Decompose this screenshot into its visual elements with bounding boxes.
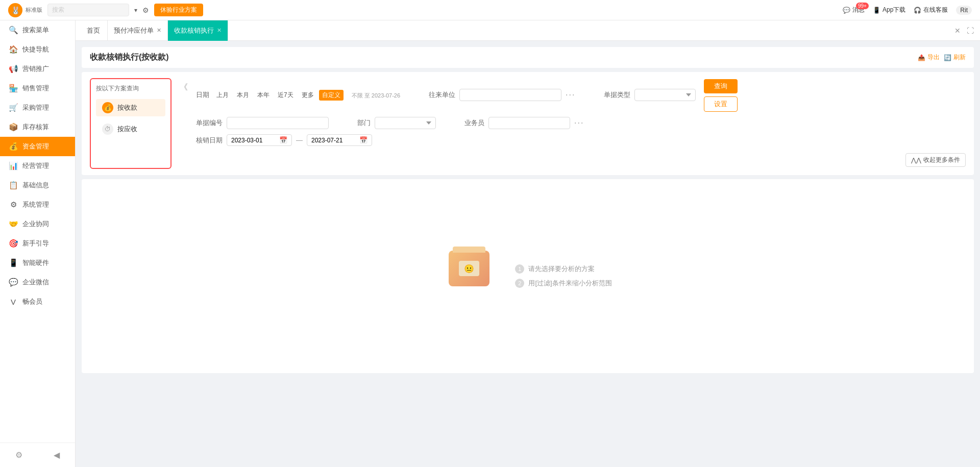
verify-date-start-input[interactable] bbox=[231, 137, 277, 144]
filter-collapse-button[interactable]: 《 bbox=[178, 80, 190, 95]
verify-date-end-input[interactable] bbox=[311, 137, 357, 144]
date-btn-7days[interactable]: 近7天 bbox=[275, 90, 297, 101]
sidebar-item-hardware[interactable]: 📱 智能硬件 bbox=[0, 253, 75, 273]
filter-date-field: 日期 上月 本月 本年 近7天 更多 自定义 bbox=[196, 90, 344, 101]
tab-receipt-offset-close[interactable]: ✕ bbox=[217, 27, 222, 34]
sidebar-item-finance[interactable]: 💰 资金管理 bbox=[0, 137, 75, 156]
guide-icon: 🎯 bbox=[8, 239, 18, 248]
solution-button[interactable]: 休验行业方案 bbox=[154, 4, 203, 16]
tab-receipt-offset[interactable]: 收款核销执行 ✕ bbox=[168, 20, 228, 41]
filter-doc-no-field: 单据编号 bbox=[196, 117, 329, 129]
sidebar-label-member: 畅会员 bbox=[22, 297, 42, 306]
sidebar-item-sales[interactable]: 🏪 销售管理 bbox=[0, 79, 75, 98]
tab-prepay-close[interactable]: ✕ bbox=[157, 27, 161, 34]
filter-option-by-receipt[interactable]: 💰 按收款 bbox=[96, 99, 165, 116]
sidebar-label-guide: 新手引导 bbox=[22, 239, 49, 248]
doc-type-select[interactable] bbox=[634, 89, 696, 101]
tab-expand-action[interactable]: ⛶ bbox=[965, 24, 976, 37]
filter-option-by-receivable[interactable]: ⏱ 按应收 bbox=[96, 120, 165, 138]
sidebar-item-guide[interactable]: 🎯 新手引导 bbox=[0, 234, 75, 253]
calendar-start-icon[interactable]: 📅 bbox=[279, 136, 287, 144]
settings-bottom-icon[interactable]: ⚙ bbox=[12, 447, 26, 463]
sidebar-label-finance: 资金管理 bbox=[22, 142, 49, 151]
app-label: App下载 bbox=[883, 6, 905, 14]
filter-scheme-title: 按以下方案查询 bbox=[96, 84, 165, 93]
date-btn-custom[interactable]: 自定义 bbox=[319, 90, 344, 101]
dept-select[interactable] bbox=[375, 117, 436, 129]
service-button[interactable]: 🎧 在线客服 bbox=[914, 6, 948, 14]
sidebar-item-wechat[interactable]: 💬 企业微信 bbox=[0, 273, 75, 292]
search-icon: 🔍 bbox=[8, 26, 18, 35]
date-btn-this-year[interactable]: 本年 bbox=[254, 90, 273, 101]
sidebar-label-system: 系统管理 bbox=[22, 200, 49, 209]
sidebar-item-operations[interactable]: 📊 经营管理 bbox=[0, 156, 75, 176]
collapse-icon[interactable]: ◀ bbox=[51, 447, 63, 463]
sidebar-item-marketing[interactable]: 📢 营销推广 bbox=[0, 59, 75, 79]
doc-no-input[interactable] bbox=[227, 117, 329, 129]
empty-step-2-label: 用[过滤]条件来缩小分析范围 bbox=[528, 279, 611, 288]
wechat-icon: 💬 bbox=[8, 278, 18, 287]
tab-prepay[interactable]: 预付冲应付单 ✕ bbox=[108, 20, 168, 41]
filter-row-1: 日期 上月 本月 本年 近7天 更多 自定义 bbox=[196, 78, 966, 112]
sidebar-item-basic-info[interactable]: 📋 基础信息 bbox=[0, 176, 75, 195]
app-download-button[interactable]: 📱 App下载 bbox=[873, 6, 905, 14]
sidebar-item-enterprise[interactable]: 🤝 企业协同 bbox=[0, 214, 75, 234]
basic-info-icon: 📋 bbox=[8, 181, 18, 190]
tab-close-action[interactable]: ✕ bbox=[952, 24, 963, 37]
sidebar-item-quick-nav[interactable]: 🏠 快捷导航 bbox=[0, 40, 75, 59]
verify-date-start-wrap: 📅 bbox=[227, 134, 292, 146]
date-btn-last-month[interactable]: 上月 bbox=[213, 90, 232, 101]
service-label: 在线客服 bbox=[923, 6, 948, 14]
expand-more-label: 收起更多条件 bbox=[923, 156, 960, 164]
sidebar: 🔍 搜索菜单 🏠 快捷导航 📢 营销推广 🏪 销售管理 🛒 采购管理 📦 库存核… bbox=[0, 20, 76, 467]
sidebar-item-system[interactable]: ⚙ 系统管理 bbox=[0, 195, 75, 214]
sidebar-label-enterprise: 企业协同 bbox=[22, 219, 49, 229]
sidebar-item-purchase[interactable]: 🛒 采购管理 bbox=[0, 98, 75, 117]
finance-icon: 💰 bbox=[8, 142, 18, 151]
refresh-button[interactable]: 🔄 刷新 bbox=[944, 53, 966, 62]
member-icon: V bbox=[8, 298, 18, 306]
search-bar: 搜索 bbox=[47, 4, 129, 16]
empty-state: 😐 1 请先选择要分析的方案 2 用[过滤]条件来缩小分析范围 bbox=[82, 179, 974, 373]
dept-label: 部门 bbox=[357, 118, 371, 128]
phone-icon: 📱 bbox=[873, 7, 880, 14]
message-button[interactable]: 💬 消息 99+ bbox=[843, 6, 865, 14]
sidebar-item-member[interactable]: V 畅会员 bbox=[0, 292, 75, 311]
calendar-end-icon[interactable]: 📅 bbox=[359, 136, 368, 144]
step-num-1: 1 bbox=[515, 264, 524, 274]
sidebar-item-inventory[interactable]: 📦 库存核算 bbox=[0, 117, 75, 137]
empty-text-block: 1 请先选择要分析的方案 2 用[过滤]条件来缩小分析范围 bbox=[515, 264, 611, 288]
sales-icon: 🏪 bbox=[8, 84, 18, 93]
date-btn-more[interactable]: 更多 bbox=[299, 90, 317, 101]
sidebar-bottom: ⚙ ◀ bbox=[0, 443, 75, 467]
filter-scheme-selector: 按以下方案查询 💰 按收款 ⏱ 按应收 bbox=[90, 78, 172, 169]
sidebar-label-sales: 销售管理 bbox=[22, 84, 49, 93]
sidebar-label-search-menu: 搜索菜单 bbox=[22, 26, 49, 35]
operations-icon: 📊 bbox=[8, 161, 18, 170]
setting-button[interactable]: 设置 bbox=[704, 96, 738, 112]
sidebar-label-inventory: 库存核算 bbox=[22, 122, 49, 132]
tab-prepay-label: 预付冲应付单 bbox=[114, 26, 154, 35]
staff-ellipsis[interactable]: ··· bbox=[574, 118, 584, 128]
date-btn-this-month[interactable]: 本月 bbox=[234, 90, 252, 101]
gear-icon[interactable]: ⚙ bbox=[142, 6, 149, 14]
refresh-label: 刷新 bbox=[953, 53, 966, 62]
tab-home[interactable]: 首页 bbox=[80, 20, 108, 41]
filter-fields: 日期 上月 本月 本年 近7天 更多 自定义 bbox=[196, 78, 966, 169]
export-button[interactable]: 📤 导出 bbox=[918, 53, 940, 62]
counterpart-ellipsis[interactable]: ··· bbox=[566, 90, 575, 100]
staff-input[interactable] bbox=[488, 117, 570, 129]
doc-no-label: 单据编号 bbox=[196, 118, 223, 128]
top-bar-right: 💬 消息 99+ 📱 App下载 🎧 在线客服 Rit bbox=[843, 6, 972, 15]
expand-more-button[interactable]: ⋀⋀ 收起更多条件 bbox=[905, 153, 966, 167]
date-quick-options: 上月 本月 本年 近7天 更多 自定义 bbox=[213, 90, 344, 101]
query-button[interactable]: 查询 bbox=[704, 79, 738, 93]
expand-more-icon: ⋀⋀ bbox=[911, 157, 921, 164]
counterpart-input[interactable] bbox=[459, 89, 561, 101]
empty-step-2: 2 用[过滤]条件来缩小分析范围 bbox=[515, 279, 611, 288]
dropdown-arrow[interactable]: ▾ bbox=[134, 7, 137, 14]
page-content: 收款核销执行(按收款) 📤 导出 🔄 刷新 按以下方案查询 bbox=[76, 41, 980, 467]
sidebar-item-search-menu[interactable]: 🔍 搜索菜单 bbox=[0, 20, 75, 40]
user-avatar[interactable]: Rit bbox=[956, 6, 972, 15]
filter-row-3: 核销日期 📅 — 📅 bbox=[196, 134, 966, 146]
